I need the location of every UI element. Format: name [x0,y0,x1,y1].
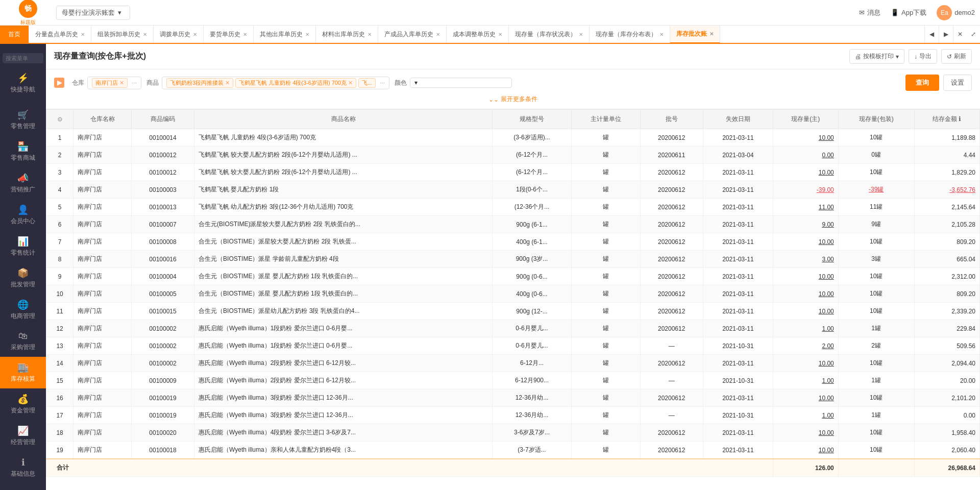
settings-btn[interactable]: 设置 [943,75,972,91]
product-tag-1-close[interactable]: ✕ [348,80,353,86]
retail-mgmt-label: 零售管理 [11,122,35,131]
sidebar-item-finance-mgmt[interactable]: 💰 资金管理 [0,388,46,420]
row-qty-pack: 10罐 [838,355,914,372]
query-btn[interactable]: 查询 [905,75,939,91]
row-qty-main[interactable]: 10.00 [773,355,838,372]
user-profile[interactable]: Ea demo2 [937,5,975,20]
row-qty-main[interactable]: 1.00 [773,372,838,389]
row-balance: 809.20 [914,285,979,303]
row-batch: 20200612 [640,285,703,303]
row-qty-main[interactable]: 10.00 [773,285,838,303]
row-qty-main[interactable]: 10.00 [773,303,838,320]
sidebar-item-purchase-mgmt[interactable]: 🛍 采购管理 [0,326,46,357]
row-qty-main[interactable]: 1.00 [773,320,838,337]
sidebar-item-retail-mgmt[interactable]: 🛒 零售管理 [0,104,46,136]
tab-close-icon[interactable]: ✕ [305,32,309,37]
operations-icon: 📈 [17,425,29,436]
tab-close-icon[interactable]: ✕ [81,32,85,37]
sidebar-item-quick-nav[interactable]: ⚡ 快捷导航 [0,67,46,99]
row-qty-main[interactable]: 10.00 [773,389,838,407]
tab-label: 其他出库单历史 [260,30,303,39]
sidebar-item-marketing[interactable]: 📣 营销推广 [0,167,46,199]
tab-close-icon[interactable]: ✕ [143,32,147,37]
row-qty-main[interactable]: -39.00 [773,181,838,199]
row-batch: — [640,337,703,355]
tab-inventory-dist[interactable]: 现存量（库存分布表） ✕ [590,26,670,43]
expand-filter-btn[interactable]: ▶ [54,78,64,88]
row-qty-main[interactable]: 10.00 [773,233,838,251]
row-qty-main[interactable]: 10.00 [773,268,838,285]
export-btn[interactable]: ↓ 导出 [909,49,937,64]
warehouse-more-icon[interactable]: ··· [132,79,137,86]
warehouse-tag-close[interactable]: ✕ [119,80,124,86]
sidebar-item-inventory-check[interactable]: 🏬 库存核算 [0,357,46,388]
tab-close-icon[interactable]: ✕ [368,32,372,37]
row-qty-main[interactable]: 2.00 [773,337,838,355]
wholesale-icon: 📦 [17,267,29,279]
tab-batch-voucher[interactable]: 库存批次账 ✕ [670,26,720,43]
sidebar-item-retail-mall[interactable]: 🏪 零售商城 [0,136,46,167]
col-qty-main: 现存量(主) [773,110,838,129]
row-qty-pack: 3罐 [838,251,914,268]
color-tag-container[interactable]: ▾ [410,78,512,88]
industry-selector[interactable]: 母婴行业演示账套 ▾ [56,6,130,20]
row-qty-main[interactable]: 10.00 [773,424,838,442]
sidebar-item-retail-stats[interactable]: 📊 零售统计 [0,231,46,262]
row-qty-main[interactable]: 11.00 [773,199,838,216]
row-qty-main[interactable]: 10.00 [773,129,838,146]
row-unit: 罐 [571,303,640,320]
tab-close-icon[interactable]: ✕ [193,32,197,37]
settings-icon[interactable]: ⚙ [57,116,63,123]
search-input[interactable] [3,53,43,63]
product-more-icon[interactable]: ··· [380,79,385,86]
row-balance: 4.44 [914,146,979,164]
col-settings[interactable]: ⚙ [46,110,74,129]
tab-requisition[interactable]: 要货单历史 ✕ [204,26,254,43]
tab-other-outbound[interactable]: 其他出库单历史 ✕ [254,26,316,43]
tab-close-icon[interactable]: ✕ [498,32,502,37]
tab-sampling[interactable]: 调拨单历史 ✕ [154,26,204,43]
message-btn[interactable]: ✉ 消息 [859,8,880,17]
sidebar-item-wholesale-mgmt[interactable]: 📦 批发管理 [0,262,46,294]
row-qty-main[interactable]: 10.00 [773,164,838,181]
tab-close-icon[interactable]: ✕ [709,31,714,37]
table-row: 1 南岸门店 00100014 飞鹤星飞帆 儿童奶粉 4段(3-6岁适用) 70… [46,129,980,146]
tab-close-all-btn[interactable]: ✕ [953,31,967,38]
tab-close-icon[interactable]: ✕ [243,32,247,37]
template-print-btn[interactable]: 🖨 按模板打印 ▾ [849,49,904,64]
row-unit: 罐 [571,181,640,199]
tab-prev-btn[interactable]: ◀ [925,26,939,43]
sidebar-item-operations-mgmt[interactable]: 📈 经营管理 [0,420,46,452]
tab-cost-adjust[interactable]: 成本调整单历史 ✕ [447,26,509,43]
tab-maximize-btn[interactable]: ⤢ [967,31,980,38]
row-balance: 2,145.64 [914,199,979,216]
row-qty-main[interactable]: 0.00 [773,146,838,164]
sidebar-item-member-center[interactable]: 👤 会员中心 [0,199,46,231]
refresh-btn[interactable]: ↺ 刷新 [941,49,972,64]
tab-close-icon[interactable]: ✕ [659,32,664,37]
tab-inventory-status[interactable]: 现存量（库存状况表） ✕ [509,26,590,43]
expand-more-conditions-btn[interactable]: ⌄⌄ 展开更多条件 [54,95,972,104]
sidebar-item-ecommerce-mgmt[interactable]: 🌐 电商管理 [0,294,46,326]
tab-next-btn[interactable]: ▶ [939,26,953,43]
tab-split-inventory[interactable]: 分量盘点单历史 ✕ [29,26,91,43]
row-qty-main[interactable]: 3.00 [773,251,838,268]
row-warehouse: 南岸门店 [74,216,132,233]
tab-disassemble[interactable]: 组装拆卸单历史 ✕ [91,26,154,43]
sidebar-item-basic-info[interactable]: ℹ 基础信息 [0,452,46,483]
tab-material-outbound[interactable]: 材料出库单历史 ✕ [316,26,378,43]
tab-home[interactable]: 首页 [0,26,29,43]
tab-product-inbound[interactable]: 产成品入库单历史 ✕ [378,26,447,43]
row-qty-main[interactable]: 9.00 [773,216,838,233]
product-tag-container[interactable]: 飞鹤奶粉3段丙推搂装 ✕ 飞鹤星飞帆 儿童奶粉 4段(3-6岁适用) 700克 … [162,77,389,89]
row-qty-pack: 1罐 [838,372,914,389]
tab-close-icon[interactable]: ✕ [436,32,440,37]
tab-close-icon[interactable]: ✕ [579,32,583,37]
sidebar-item-system-mgmt[interactable]: ⚙ 系统管理 [0,483,46,490]
warehouse-tag-container[interactable]: 南岸门店 ✕ ··· [87,77,141,89]
product-tag-0-close[interactable]: ✕ [225,80,230,86]
row-qty-main[interactable]: 1.00 [773,407,838,424]
app-download-btn[interactable]: 📱 App下载 [891,8,926,17]
finance-icon: 💰 [17,394,29,405]
row-qty-main[interactable]: 10.00 [773,442,838,459]
